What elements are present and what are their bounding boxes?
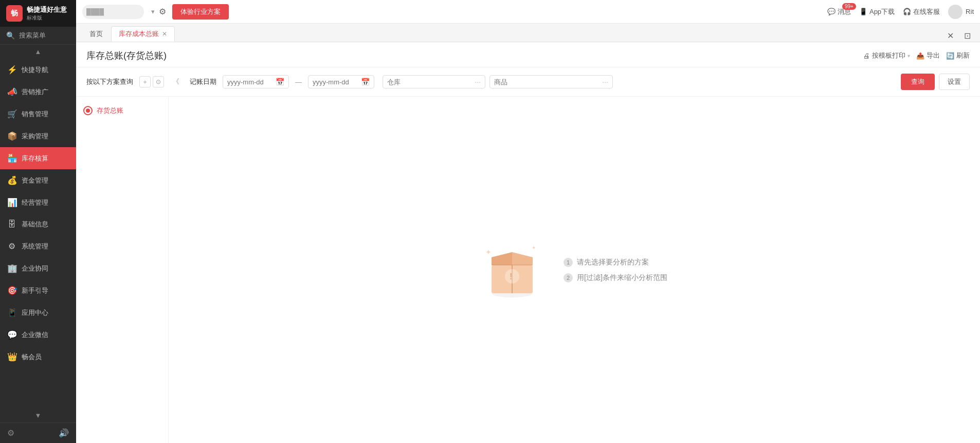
- warehouse-filter[interactable]: ···: [383, 75, 485, 88]
- print-label: 按模板打印: [872, 51, 905, 60]
- sidebar-item-system[interactable]: ⚙ 系统管理: [0, 235, 76, 257]
- export-icon: 📤: [916, 52, 924, 60]
- product-more-icon: ···: [602, 78, 608, 86]
- sidebar-search[interactable]: 🔍 搜索菜单: [0, 27, 76, 45]
- sidebar-item-app-center[interactable]: 📱 应用中心: [0, 302, 76, 324]
- refresh-button[interactable]: 🔄 刷新: [946, 51, 970, 60]
- filter-collapse-icon[interactable]: 《: [172, 77, 179, 86]
- tab-resize-button[interactable]: ⊡: [961, 30, 974, 42]
- print-chevron-icon: ▾: [908, 53, 910, 59]
- svg-marker-2: [492, 252, 512, 265]
- sidebar-item-inventory[interactable]: 🏪 库存核算: [0, 147, 76, 169]
- sidebar-item-label: 销售管理: [22, 110, 48, 119]
- sidebar-item-sales[interactable]: 🛒 销售管理: [0, 103, 76, 125]
- query-button[interactable]: 查询: [901, 74, 935, 90]
- audio-footer-icon[interactable]: 🔊: [59, 428, 69, 438]
- refresh-label: 刷新: [956, 51, 970, 60]
- export-label: 导出: [927, 51, 940, 60]
- sidebar-item-quick-nav[interactable]: ⚡ 快捷导航: [0, 59, 76, 81]
- logo-icon: 畅: [6, 5, 23, 22]
- operation-icon: 📊: [7, 198, 16, 207]
- quick-nav-icon: ⚡: [7, 65, 16, 75]
- date-start-field[interactable]: [227, 78, 274, 86]
- brand-name: 畅捷通好生意: [27, 5, 67, 14]
- sidebar-item-label: 企业协同: [22, 264, 48, 273]
- breadcrumb-chevron-icon[interactable]: ▾: [151, 8, 155, 15]
- date-start-input[interactable]: 📅: [223, 75, 289, 88]
- sidebar-item-label: 经营管理: [22, 198, 48, 207]
- trial-industry-button[interactable]: 体验行业方案: [172, 4, 229, 20]
- sidebar-item-basic[interactable]: 🗄 基础信息: [0, 214, 76, 235]
- tab-close-all-button[interactable]: ✕: [944, 30, 957, 42]
- logo-text: 畅捷通好生意 标准版: [27, 5, 67, 22]
- sidebar-item-wechat[interactable]: 💬 企业微信: [0, 324, 76, 346]
- svg-marker-3: [512, 252, 533, 265]
- message-button[interactable]: 💬 消息 99+: [827, 7, 851, 16]
- page-header-actions: 🖨 按模板打印 ▾ 📤 导出 🔄 刷新: [863, 51, 970, 60]
- sidebar-item-label: 新手引导: [22, 286, 48, 295]
- filter-config-button[interactable]: ⊙: [153, 76, 164, 87]
- svg-text:!: !: [510, 272, 512, 281]
- app-download-button[interactable]: 📱 App下载: [859, 7, 895, 16]
- date-end-input[interactable]: 📅: [308, 75, 374, 88]
- hint-num-1: 1: [564, 258, 573, 267]
- scheme-item-radio-icon: [83, 106, 93, 115]
- topbar-right: 💬 消息 99+ 📱 App下载 🎧 在线客服 Rit: [827, 5, 974, 19]
- sidebar-item-label: 库存核算: [22, 154, 48, 163]
- scheme-panel: 存货总账: [76, 97, 169, 443]
- tab-close-icon[interactable]: ✕: [162, 30, 167, 38]
- calendar-end-icon: 📅: [361, 78, 370, 86]
- sidebar-item-marketing[interactable]: 📣 营销推广: [0, 81, 76, 103]
- message-badge: 99+: [842, 3, 856, 10]
- empty-box-svg: ✦ ✦ !: [481, 239, 543, 301]
- product-filter[interactable]: ···: [489, 75, 613, 88]
- tab-inventory-ledger[interactable]: 库存成本总账 ✕: [111, 26, 175, 42]
- system-icon: ⚙: [7, 241, 16, 251]
- sidebar-item-label: 采购管理: [22, 132, 48, 141]
- calendar-start-icon: 📅: [276, 78, 284, 86]
- filter-actions: 查询 设置: [901, 74, 970, 90]
- enterprise-icon: 🏢: [7, 263, 16, 273]
- sidebar-logo: 畅 畅捷通好生意 标准版: [0, 0, 76, 27]
- scheme-item-inventory-ledger[interactable]: 存货总账: [76, 102, 168, 119]
- hint-text-2: 用[过滤]条件来缩小分析范围: [577, 273, 667, 282]
- print-button[interactable]: 🖨 按模板打印 ▾: [863, 51, 910, 60]
- hint-text-1: 请先选择要分析的方案: [577, 258, 649, 267]
- product-input[interactable]: [494, 78, 602, 86]
- purchase-icon: 📦: [7, 131, 16, 141]
- online-service-icon: 🎧: [903, 8, 911, 15]
- filter-add-button[interactable]: ＋: [139, 76, 151, 87]
- marketing-icon: 📣: [7, 87, 16, 97]
- export-button[interactable]: 📤 导出: [916, 51, 940, 60]
- tab-home[interactable]: 首页: [82, 26, 110, 42]
- sidebar-item-member[interactable]: 👑 畅会员: [0, 346, 76, 368]
- topbar-settings-icon[interactable]: ⚙: [159, 7, 166, 16]
- warehouse-input[interactable]: [387, 78, 475, 86]
- avatar-name: Rit: [966, 8, 974, 15]
- empty-state-inner: ✦ ✦ ! 1 请先选择要分析的方案: [481, 239, 667, 301]
- sidebar-scroll-down[interactable]: ▼: [0, 409, 76, 422]
- basic-icon: 🗄: [7, 220, 16, 229]
- sidebar-item-operation[interactable]: 📊 经营管理: [0, 191, 76, 214]
- topbar-user-display[interactable]: ████: [82, 5, 144, 19]
- online-service-button[interactable]: 🎧 在线客服: [903, 7, 940, 16]
- settings-button[interactable]: 设置: [939, 74, 970, 90]
- warehouse-more-icon: ···: [475, 78, 481, 86]
- app-download-icon: 📱: [859, 8, 867, 15]
- sidebar-item-purchase[interactable]: 📦 采购管理: [0, 125, 76, 147]
- sidebar-scroll-up[interactable]: ▲: [0, 45, 76, 59]
- svg-text:✦: ✦: [532, 245, 536, 251]
- empty-hint-1: 1 请先选择要分析的方案: [564, 258, 667, 267]
- date-end-field[interactable]: [313, 78, 359, 86]
- beginner-icon: 🎯: [7, 286, 16, 295]
- sidebar-search-label: 搜索菜单: [19, 31, 46, 40]
- sidebar-item-enterprise[interactable]: 🏢 企业协同: [0, 257, 76, 279]
- settings-footer-icon[interactable]: ⚙: [7, 428, 14, 438]
- sidebar-item-finance[interactable]: 💰 资金管理: [0, 169, 76, 191]
- avatar-area[interactable]: Rit: [948, 5, 974, 19]
- sidebar-item-beginner[interactable]: 🎯 新手引导: [0, 279, 76, 302]
- empty-hint-2: 2 用[过滤]条件来缩小分析范围: [564, 273, 667, 282]
- empty-state: ✦ ✦ ! 1 请先选择要分析的方案: [169, 97, 980, 443]
- filter-label: 按以下方案查询: [86, 77, 133, 86]
- sidebar-item-label: 营销推广: [22, 87, 48, 97]
